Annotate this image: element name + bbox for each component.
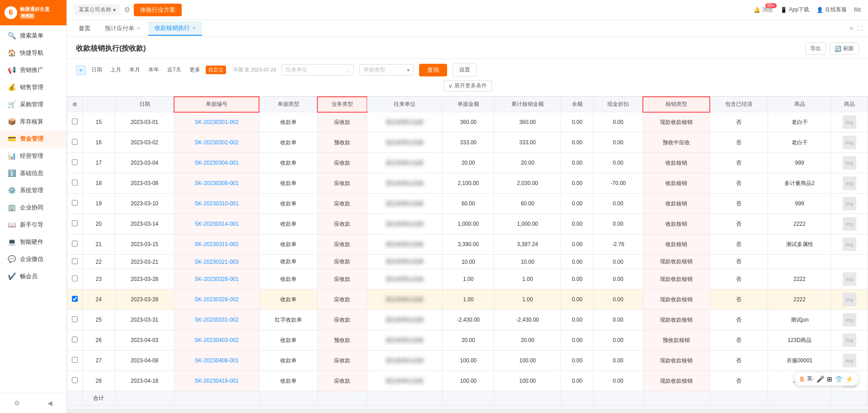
sidebar-item-system[interactable]: ⚙️ 系统管理 [0, 182, 66, 199]
row-voucher-no[interactable]: SK-20230403-002 [174, 330, 259, 351]
collapse-icon[interactable]: ◀ [45, 397, 55, 409]
sidebar-item-member[interactable]: ✔️ 畅会员 [0, 268, 66, 285]
maximize-icon[interactable]: ⛶ [857, 25, 863, 32]
expand-more-btn[interactable]: ∨ 展开更多条件 [443, 80, 492, 91]
mic-icon[interactable]: 🎤 [816, 375, 824, 383]
export-button[interactable]: 导出 [805, 43, 826, 55]
voucher-type-select[interactable]: 单据类型 ▾ [359, 64, 414, 76]
col-goods[interactable]: 商品 [768, 97, 831, 112]
sidebar-item-guide[interactable]: 📖 新手引导 [0, 216, 66, 233]
row-voucher-no[interactable]: SK-20230304-001 [174, 153, 259, 173]
row-voucher-no[interactable]: SK-20230321-003 [174, 255, 259, 269]
notification-bell[interactable]: 🔔 消息 99+ [754, 6, 773, 14]
online-service[interactable]: 👤 在线客服 [816, 6, 847, 14]
row-voucher-no[interactable]: SK-20230328-002 [174, 290, 259, 310]
row-voucher-no[interactable]: SK-20230308-001 [174, 173, 259, 194]
row-voucher-no[interactable]: SK-20230331-002 [174, 310, 259, 330]
col-biz-type[interactable]: 业务类型 [317, 97, 367, 112]
tab-collection[interactable]: 收款核销执行 × [148, 21, 202, 36]
settings-button[interactable]: 设置 [453, 63, 477, 76]
sidebar-item-quick-nav[interactable]: 🏠 快捷导航 [0, 44, 66, 62]
row-voucher-no[interactable]: SK-20230315-002 [174, 234, 259, 255]
shirt-icon[interactable]: 👕 [835, 375, 843, 383]
recent7-btn[interactable]: 近7天 [165, 65, 184, 75]
more-date-btn[interactable]: 更多 [187, 65, 203, 75]
last-month-btn[interactable]: 上月 [108, 65, 124, 75]
table-scroll[interactable]: ⚙ 日期 单据编号 单据类型 业务类型 往来单位 单据金额 累计核销金额 余额 … [67, 96, 868, 409]
row-checkbox[interactable] [67, 371, 83, 391]
tab-home[interactable]: 首页 [72, 22, 97, 35]
sidebar-item-search[interactable]: 🔍 搜索菜单 [0, 27, 66, 44]
tab-payable-close[interactable]: × [137, 25, 140, 32]
row-checkbox[interactable] [67, 112, 83, 133]
col-balance[interactable]: 余额 [561, 97, 594, 112]
row-checkbox[interactable] [67, 255, 83, 269]
sidebar-item-finance[interactable]: 💳 资金管理 [0, 130, 66, 147]
sidebar-item-corp[interactable]: 🏢 企业协同 [0, 199, 66, 216]
sidebar-item-inventory[interactable]: 📦 库存核算 [0, 113, 66, 130]
sidebar-item-sales[interactable]: 💰 销售管理 [0, 79, 66, 96]
row-checkbox[interactable] [67, 214, 83, 234]
this-year-btn[interactable]: 本年 [146, 65, 162, 75]
col-cash-discount[interactable]: 现金折扣 [593, 97, 643, 112]
row-checkbox[interactable] [67, 234, 83, 255]
row-checkbox[interactable] [67, 133, 83, 153]
row-checkbox[interactable] [67, 194, 83, 214]
refresh-button[interactable]: 🔄 刷新 [830, 43, 859, 55]
this-month-btn[interactable]: 本月 [127, 65, 143, 75]
sidebar-item-hardware[interactable]: 💻 智能硬件 [0, 233, 66, 251]
col-amount[interactable]: 单据金额 [443, 97, 494, 112]
row-checkbox[interactable] [67, 351, 83, 371]
apps-icon[interactable]: ⚡ [845, 375, 853, 383]
col-rownum [83, 97, 115, 112]
row-voucher-no[interactable]: SK-20230310-001 [174, 194, 259, 214]
col-cancel-type[interactable]: 核销类型 [643, 97, 710, 112]
grid-icon[interactable]: ⊞ [827, 375, 832, 383]
row-voucher-no[interactable]: SK-20230328-001 [174, 269, 259, 290]
filter-toggle-btn[interactable]: » [76, 65, 86, 75]
tab-bar: 首页 预计应付单 × 收款核销执行 × ✕ ⛶ [67, 20, 868, 37]
row-checkbox[interactable] [67, 310, 83, 330]
industry-button[interactable]: 体验行业方案 [134, 4, 182, 16]
custom-date-btn[interactable]: 自定义 [206, 66, 226, 74]
row-voucher-no[interactable]: SK-20230302-002 [174, 133, 259, 153]
sidebar-item-purchase[interactable]: 🛒 采购管理 [0, 96, 66, 113]
sidebar-item-basic[interactable]: ℹ️ 基础信息 [0, 165, 66, 182]
row-checkbox[interactable] [67, 269, 83, 290]
row-checkbox[interactable] [67, 173, 83, 194]
company-selector[interactable]: 某某公司名称 ▾ [74, 4, 120, 15]
settings-bottom-icon[interactable]: ⚙ [11, 397, 23, 409]
query-button[interactable]: 查询 [419, 64, 447, 76]
col-voucher-type[interactable]: 单据类型 [259, 97, 317, 112]
row-voucher-no[interactable]: SK-20230301-002 [174, 112, 259, 133]
close-all-icon[interactable]: ✕ [849, 25, 854, 32]
col-counterparty[interactable]: 往来单位 [367, 97, 443, 112]
sidebar-item-wechat[interactable]: 💬 企业微信 [0, 251, 66, 268]
app-download[interactable]: 📱 App下载 [780, 6, 809, 14]
tab-collection-close[interactable]: × [193, 25, 196, 31]
counterparty-input[interactable]: 往来单位 ... [282, 64, 354, 76]
row-voucher-no[interactable]: SK-20230314-001 [174, 214, 259, 234]
row-voucher-no[interactable]: SK-20230408-001 [174, 351, 259, 371]
row-balance: 0.00 [561, 371, 594, 391]
sidebar-item-operations[interactable]: 📊 经营管理 [0, 147, 66, 165]
row-voucher-no[interactable]: SK-20230418-001 [174, 371, 259, 391]
user-name[interactable]: Rit [854, 7, 861, 13]
col-voucher-no[interactable]: 单据编号 [174, 97, 259, 112]
horizontal-scrollbar[interactable] [67, 409, 868, 413]
col-settings[interactable]: ⚙ [67, 97, 83, 112]
row-checkbox[interactable] [67, 153, 83, 173]
row-cash-discount: 0.00 [593, 330, 643, 351]
row-voucher-type: 收款单 [259, 290, 317, 310]
col-date[interactable]: 日期 [115, 97, 174, 112]
row-counterparty: 某往来单位名称 [367, 214, 443, 234]
col-incl-settled[interactable]: 包含已结清 [710, 97, 768, 112]
row-checkbox[interactable] [67, 290, 83, 310]
col-cum-amount[interactable]: 累计核销金额 [494, 97, 561, 112]
col-goods2[interactable]: 商品 [831, 97, 868, 112]
sidebar-item-marketing[interactable]: 📢 营销推广 [0, 62, 66, 79]
row-checkbox[interactable] [67, 330, 83, 351]
gear-button[interactable]: ⚙ [124, 5, 130, 14]
tab-payable[interactable]: 预计应付单 × [99, 22, 146, 35]
corp-icon: 🏢 [7, 204, 16, 212]
